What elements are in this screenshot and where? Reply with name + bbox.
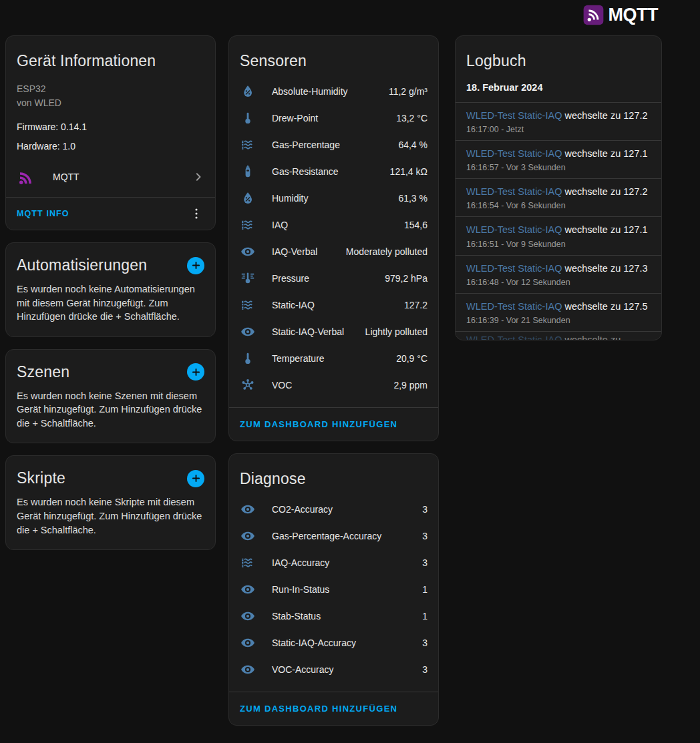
scripts-title: Skripte (17, 469, 65, 487)
diagnostic-label: VOC-Accuracy (272, 664, 334, 675)
mqtt-info-link[interactable]: MQTT INFO (17, 209, 69, 218)
water-percent-icon (240, 83, 256, 99)
logbook-date-header: 18. Februar 2024 (456, 74, 661, 103)
logbook-entry: WLED-Test Static-IAQ wechselte zu 127.1 … (456, 217, 661, 255)
chevron-right-icon (191, 170, 206, 184)
sensor-row-static-iaq[interactable]: Static-IAQ 127.2 (229, 292, 438, 318)
logbook-timestamp: 16:17:00 - Jetzt (466, 125, 651, 134)
logbook-entry: WLED-Test Static-IAQ wechselte zu 127.1 … (456, 141, 661, 179)
diagnostic-label: Run-In-Status (272, 584, 329, 595)
diagnostic-row-stab-status[interactable]: Stab-Status 1 (229, 603, 438, 630)
air-filter-icon (240, 555, 256, 571)
diagnostic-row-static-iaq-accuracy[interactable]: Static-IAQ-Accuracy 3 (229, 630, 438, 656)
logbook-action-text: wechselte zu 127.2 (564, 186, 647, 197)
sensor-value: Lightly polluted (360, 326, 427, 337)
add-scene-button[interactable] (187, 363, 204, 381)
diagnostics-title: Diagnose (240, 470, 427, 488)
logbook-action-text: wechselte zu 127.5 (564, 301, 647, 312)
device-hardware: Hardware: 1.0 (17, 141, 204, 152)
add-script-button[interactable] (187, 470, 204, 487)
sensor-value: 154,6 (399, 220, 427, 230)
diagnostic-value: 3 (417, 557, 427, 568)
sensor-value: 2,9 ppm (388, 380, 427, 391)
eye-icon (240, 581, 256, 597)
diagnostic-row-iaq-accuracy[interactable]: IAQ-Accuracy 3 (229, 549, 438, 576)
sensor-label: Pressure (272, 273, 309, 284)
logbook-entity-link[interactable]: WLED-Test Static-IAQ (466, 110, 562, 121)
device-firmware: Firmware: 0.14.1 (17, 121, 204, 132)
device-info-title: Gerät Informationen (17, 52, 204, 70)
logbook-entry: WLED-Test Static-IAQ wechselte zu 127.2 … (456, 179, 661, 217)
logbook-action-text: wechselte zu (564, 334, 621, 340)
device-model: ESP32 (17, 82, 204, 96)
logbook-timestamp: 16:16:57 - Vor 3 Sekunden (466, 163, 651, 172)
logbook-action-text: wechselte zu 127.1 (564, 224, 647, 235)
air-filter-icon (240, 297, 256, 313)
eye-icon (240, 528, 256, 544)
integration-row-mqtt[interactable]: MQTT (6, 157, 215, 197)
logbook-entry-partial: WLED-Test Static-IAQ wechselte zu (456, 332, 661, 340)
sensor-label: Temperature (272, 353, 325, 364)
logbook-action-text: wechselte zu 127.2 (564, 110, 647, 121)
sensor-row-static-iaq-verbal[interactable]: Static-IAQ-Verbal Lightly polluted (229, 318, 438, 345)
brand-text: MQTT (608, 5, 658, 25)
logbook-entry: WLED-Test Static-IAQ wechselte zu 127.2 … (456, 103, 661, 141)
diagnostics-card: Diagnose CO2-Accuracy 3 Gas-Percentage-A… (228, 453, 439, 726)
diagnostic-row-co2-accuracy[interactable]: CO2-Accuracy 3 (229, 496, 438, 523)
diagnostics-add-to-dashboard-link[interactable]: ZUM DASHBOARD HINZUFÜGEN (240, 704, 397, 714)
diagnostic-row-voc-accuracy[interactable]: VOC-Accuracy 3 (229, 656, 438, 683)
sensor-label: Static-IAQ (272, 300, 315, 310)
add-automation-button[interactable] (187, 257, 204, 274)
sensors-title: Sensoren (240, 52, 427, 70)
plus-icon (190, 473, 202, 484)
sensor-row-pressure[interactable]: Pressure 979,2 hPa (229, 265, 438, 292)
eye-icon (240, 501, 256, 517)
gas-cylinder-icon (240, 164, 256, 180)
sensor-row-absolute-humidity[interactable]: Absolute-Humidity 11,2 g/m³ (229, 78, 438, 105)
diagnostic-value: 3 (417, 664, 427, 675)
scripts-card: Skripte Es wurden noch keine Skripte mit… (5, 455, 216, 550)
thermometer-icon (240, 350, 256, 366)
sensor-label: Drew-Point (272, 113, 318, 123)
sensors-card: Sensoren Absolute-Humidity 11,2 g/m³ Dre… (228, 35, 439, 441)
sensor-row-drew-point[interactable]: Drew-Point 13,2 °C (229, 105, 438, 132)
sensor-label: Absolute-Humidity (272, 86, 348, 97)
sensor-value: 64,4 % (393, 140, 427, 150)
eye-icon (240, 244, 256, 260)
logbook-entity-link[interactable]: WLED-Test Static-IAQ (466, 224, 562, 235)
logbook-timestamp: 16:16:51 - Vor 9 Sekunden (466, 240, 651, 249)
sensor-value: 13,2 °C (391, 113, 427, 123)
automations-card: Automatisierungen Es wurden noch keine A… (5, 242, 216, 337)
logbook-entity-link[interactable]: WLED-Test Static-IAQ (466, 263, 562, 274)
integration-label: MQTT (53, 172, 79, 182)
device-menu-button[interactable] (184, 202, 208, 226)
water-percent-icon (240, 190, 256, 206)
sensor-row-iaq[interactable]: IAQ 154,6 (229, 212, 438, 238)
sensor-row-temperature[interactable]: Temperature 20,9 °C (229, 345, 438, 372)
eye-icon (240, 608, 256, 624)
diagnostic-row-run-in-status[interactable]: Run-In-Status 1 (229, 576, 438, 603)
sensor-row-humidity[interactable]: Humidity 61,3 % (229, 185, 438, 212)
sensor-row-iaq-verbal[interactable]: IAQ-Verbal Moderately polluted (229, 238, 438, 265)
eye-icon (240, 324, 256, 340)
sensor-row-voc[interactable]: VOC 2,9 ppm (229, 372, 438, 399)
sensor-label: Gas-Percentage (272, 140, 340, 150)
diagnostic-value: 3 (417, 638, 427, 648)
middle-column: Sensoren Absolute-Humidity 11,2 g/m³ Dre… (228, 35, 439, 726)
sensor-label: Gas-Resistance (272, 166, 339, 177)
scenes-empty-text: Es wurden noch keine Szenen mit diesem G… (17, 389, 204, 431)
eye-icon (240, 635, 256, 651)
diagnostic-value: 1 (417, 584, 427, 595)
logbook-entity-link[interactable]: WLED-Test Static-IAQ (466, 148, 562, 159)
device-manufacturer: von WLED (17, 96, 204, 110)
sensor-value: 20,9 °C (391, 353, 427, 364)
logbook-entity-link[interactable]: WLED-Test Static-IAQ (466, 301, 562, 312)
sensor-row-gas-resistance[interactable]: Gas-Resistance 121,4 kΩ (229, 158, 438, 185)
sensors-add-to-dashboard-link[interactable]: ZUM DASHBOARD HINZUFÜGEN (240, 419, 397, 429)
air-filter-icon (240, 137, 256, 153)
sensor-row-gas-percentage[interactable]: Gas-Percentage 64,4 % (229, 132, 438, 158)
diagnostic-row-gas-percentage-accuracy[interactable]: Gas-Percentage-Accuracy 3 (229, 523, 438, 549)
sensor-value: 61,3 % (393, 193, 427, 204)
thermometer-lines-icon (240, 270, 256, 286)
logbook-entity-link[interactable]: WLED-Test Static-IAQ (466, 186, 562, 197)
